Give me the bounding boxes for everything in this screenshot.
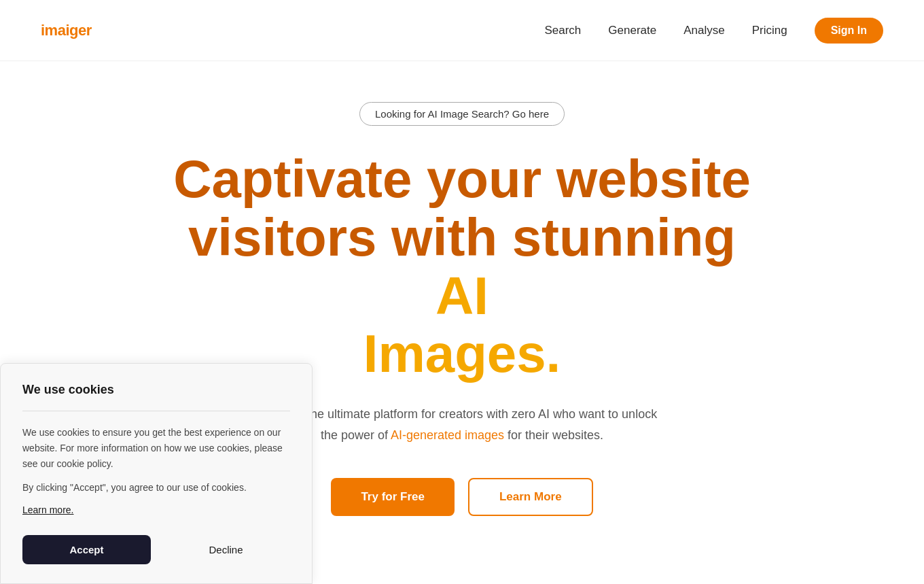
hero-title-line3: Images.	[363, 324, 561, 383]
main-header: imaiger Search Generate Analyse Pricing …	[0, 0, 924, 61]
hero-title: Captivate your website visitors with stu…	[156, 150, 768, 383]
nav-search[interactable]: Search	[544, 24, 581, 37]
cookie-accept-button[interactable]: Accept	[22, 535, 151, 564]
sign-in-button[interactable]: Sign In	[815, 18, 883, 44]
cookie-decline-button[interactable]: Decline	[162, 544, 290, 555]
hero-cta-group: Try for Free Learn More	[331, 478, 592, 516]
main-nav: Search Generate Analyse Pricing Sign In	[544, 18, 883, 44]
hero-title-line1: Captivate your website	[173, 149, 751, 209]
cookie-banner: We use cookies We use cookies to ensure …	[0, 363, 313, 584]
hero-subtitle-text: naiger, the ultimate platform for creato…	[267, 407, 657, 442]
cookie-actions: Accept Decline	[22, 535, 290, 564]
cookie-learn-more-link[interactable]: Learn more.	[22, 504, 73, 515]
hero-subtitle: naiger, the ultimate platform for creato…	[258, 404, 666, 445]
try-for-free-button[interactable]: Try for Free	[331, 478, 455, 516]
cookie-title: We use cookies	[22, 383, 290, 397]
nav-generate[interactable]: Generate	[608, 24, 656, 37]
cookie-divider	[22, 411, 290, 411]
hero-title-ai: AI	[436, 266, 488, 326]
hero-badge[interactable]: Looking for AI Image Search? Go here	[359, 102, 565, 126]
cookie-body-text: We use cookies to ensure you get the bes…	[22, 425, 290, 472]
cookie-overlay: We use cookies We use cookies to ensure …	[0, 363, 313, 584]
nav-analyse[interactable]: Analyse	[683, 24, 724, 37]
logo[interactable]: imaiger	[41, 22, 92, 39]
cookie-accept-text: By clicking "Accept", you agree to our u…	[22, 480, 290, 496]
hero-title-line2-start: visitors with stunning	[188, 207, 736, 267]
learn-more-button[interactable]: Learn More	[468, 478, 593, 516]
nav-pricing[interactable]: Pricing	[752, 24, 787, 37]
